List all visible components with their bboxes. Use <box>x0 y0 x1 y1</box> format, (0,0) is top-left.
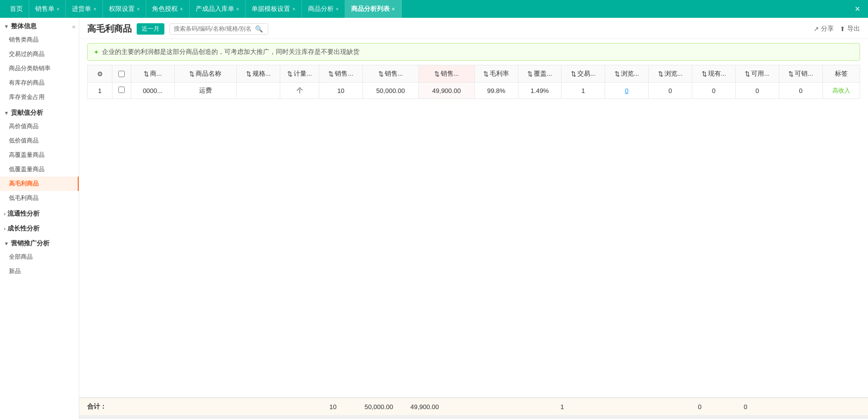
share-button[interactable]: ↗ 分享 <box>814 24 834 33</box>
close-template-tab[interactable]: × <box>292 6 295 12</box>
col-name[interactable]: ⇅商品名称 <box>174 65 237 83</box>
col-sales-amount[interactable]: ⇅销售... <box>362 65 418 83</box>
nav-tab-template[interactable]: 单据模板设置 × <box>246 0 302 18</box>
cell-available: 0 <box>735 83 779 99</box>
sidebar-group-overall[interactable]: ▼ 整体信息 <box>0 18 79 33</box>
sidebar-item-low-coverage[interactable]: 低覆盖量商品 <box>0 162 79 177</box>
footer-sales-qty: 10 <box>310 403 356 411</box>
select-all-checkbox[interactable] <box>118 71 125 77</box>
sidebar-item-traded-goods[interactable]: 交易过的商品 <box>0 47 79 61</box>
header-actions: ↗ 分享 ⬆ 导出 <box>814 24 860 33</box>
close-all-tabs[interactable]: × <box>851 4 864 14</box>
close-sales-tab[interactable]: × <box>56 6 59 12</box>
footer-transaction: 1 <box>539 403 585 411</box>
sidebar-collapse-btn[interactable]: « <box>69 22 79 32</box>
search-icon[interactable]: 🔍 <box>255 25 263 33</box>
nav-tab-home[interactable]: 首页 <box>4 0 29 18</box>
sidebar: « ▼ 整体信息 销售类商品 交易过的商品 商品分类助销率 有库存的商品 库存资… <box>0 18 79 419</box>
cell-unit: 个 <box>280 83 319 99</box>
cell-code[interactable]: 0000... <box>131 83 174 99</box>
footer-cell-empty3 <box>218 403 264 411</box>
close-analysis-list-tab[interactable]: × <box>392 6 395 12</box>
footer-current-stock: 0 <box>677 403 723 411</box>
cell-sales-profit: 49,900.00 <box>418 83 474 99</box>
export-icon: ⬆ <box>840 25 845 33</box>
sidebar-item-high-coverage[interactable]: 高覆盖量商品 <box>0 148 79 162</box>
sidebar-item-low-value[interactable]: 低价值商品 <box>0 134 79 148</box>
table-header-row: ⚙ ⇅商... ⇅商品名称 ⇅规格... <box>88 65 860 83</box>
close-inbound-tab[interactable]: × <box>236 6 239 12</box>
nav-tab-analysis[interactable]: 商品分析 × <box>302 0 345 18</box>
sidebar-group-circulation[interactable]: › 流通性分析 <box>0 205 79 220</box>
sidebar-item-new-goods[interactable]: 新品 <box>0 264 79 279</box>
cell-index: 1 <box>88 83 112 99</box>
close-roles-tab[interactable]: × <box>180 6 183 12</box>
col-transaction[interactable]: ⇅交易... <box>562 65 605 83</box>
table-footer: 合计： 10 50,000.00 49,900.00 1 0 0 <box>79 397 868 415</box>
sidebar-group-marketing[interactable]: ▼ 营销推广分析 <box>0 235 79 250</box>
sidebar-item-all-goods[interactable]: 全部商品 <box>0 250 79 264</box>
col-unit[interactable]: ⇅计量... <box>280 65 319 83</box>
info-banner: ✦ 企业的主要的利润都是这部分商品创造的，可考虑加大推广，同时关注库存是不要出现… <box>87 43 860 61</box>
col-sales-profit[interactable]: ⇅销售... <box>418 65 474 83</box>
col-sales-qty[interactable]: ⇅销售... <box>319 65 362 83</box>
footer-cell-empty2 <box>173 403 219 411</box>
sidebar-group-contribution[interactable]: ▼ 贡献值分析 <box>0 104 79 119</box>
nav-tab-sales[interactable]: 销售单 × <box>29 0 66 18</box>
tag-high-income: 高收入 <box>832 87 850 94</box>
search-box: 🔍 <box>169 23 268 35</box>
footer-sales-profit: 49,900.00 <box>402 403 448 411</box>
col-gross-margin[interactable]: ⇅毛利率 <box>474 65 518 83</box>
sidebar-item-in-stock[interactable]: 有库存的商品 <box>0 76 79 90</box>
col-index: ⚙ <box>88 65 112 83</box>
browse1-link[interactable]: 0 <box>625 87 628 94</box>
nav-tab-inbound[interactable]: 产成品入库单 × <box>190 0 246 18</box>
nav-tab-roles[interactable]: 角色授权 × <box>146 0 189 18</box>
cell-name: 运费 <box>174 83 237 99</box>
footer-empty5 <box>448 403 494 411</box>
cell-gross-margin: 99.8% <box>474 83 518 99</box>
sidebar-item-sales-goods[interactable]: 销售类商品 <box>0 33 79 47</box>
sidebar-item-category-rate[interactable]: 商品分类助销率 <box>0 61 79 76</box>
cell-saleable: 0 <box>779 83 822 99</box>
nav-tab-analysis-list[interactable]: 商品分析列表 × <box>345 0 401 18</box>
page-title: 高毛利商品 <box>87 23 132 35</box>
cell-sales-qty: 10 <box>319 83 362 99</box>
col-spec[interactable]: ⇅规格... <box>237 65 280 83</box>
nav-tab-purchase[interactable]: 进货单 × <box>66 0 102 18</box>
arrow-circulation: › <box>4 211 5 217</box>
period-button[interactable]: 近一月 <box>137 23 164 35</box>
col-browse2[interactable]: ⇅浏览... <box>649 65 692 83</box>
sidebar-item-stock-capital[interactable]: 库存资金占用 <box>0 90 79 104</box>
row-checkbox[interactable] <box>118 87 125 93</box>
arrow-overall: ▼ <box>4 24 9 29</box>
col-current-stock[interactable]: ⇅现有... <box>692 65 736 83</box>
close-purchase-tab[interactable]: × <box>93 6 96 12</box>
close-analysis-tab[interactable]: × <box>336 6 339 12</box>
arrow-growth: › <box>4 226 5 232</box>
col-available[interactable]: ⇅可用... <box>735 65 779 83</box>
sidebar-item-high-margin[interactable]: 高毛利商品 <box>0 177 79 191</box>
col-coverage[interactable]: ⇅覆盖... <box>518 65 562 83</box>
col-browse1[interactable]: ⇅浏览... <box>605 65 649 83</box>
col-tag[interactable]: 标签 <box>822 65 860 83</box>
cell-checkbox[interactable] <box>112 83 131 99</box>
content-area: 高毛利商品 近一月 🔍 ↗ 分享 ⬆ 导出 ✦ 企业的主要的利润都是这部分商品创… <box>79 18 868 419</box>
col-saleable[interactable]: ⇅可销... <box>779 65 822 83</box>
close-permissions-tab[interactable]: × <box>137 6 140 12</box>
sidebar-group-growth[interactable]: › 成长性分析 <box>0 220 79 235</box>
nav-tab-permissions[interactable]: 权限设置 × <box>103 0 146 18</box>
col-checkbox[interactable] <box>112 65 131 83</box>
content-header: 高毛利商品 近一月 🔍 ↗ 分享 ⬆ 导出 <box>79 18 868 39</box>
footer-empty8 <box>631 403 677 411</box>
cell-browse1[interactable]: 0 <box>605 83 649 99</box>
arrow-contribution: ▼ <box>4 110 9 116</box>
bottom-scrollbar[interactable] <box>79 415 868 419</box>
export-button[interactable]: ⬆ 导出 <box>840 24 860 33</box>
arrow-marketing: ▼ <box>4 241 9 246</box>
sidebar-item-high-value[interactable]: 高价值商品 <box>0 119 79 134</box>
search-input[interactable] <box>174 25 253 32</box>
sidebar-item-low-margin[interactable]: 低毛利商品 <box>0 191 79 205</box>
col-code[interactable]: ⇅商... <box>131 65 174 83</box>
footer-cell-empty1 <box>127 403 173 411</box>
